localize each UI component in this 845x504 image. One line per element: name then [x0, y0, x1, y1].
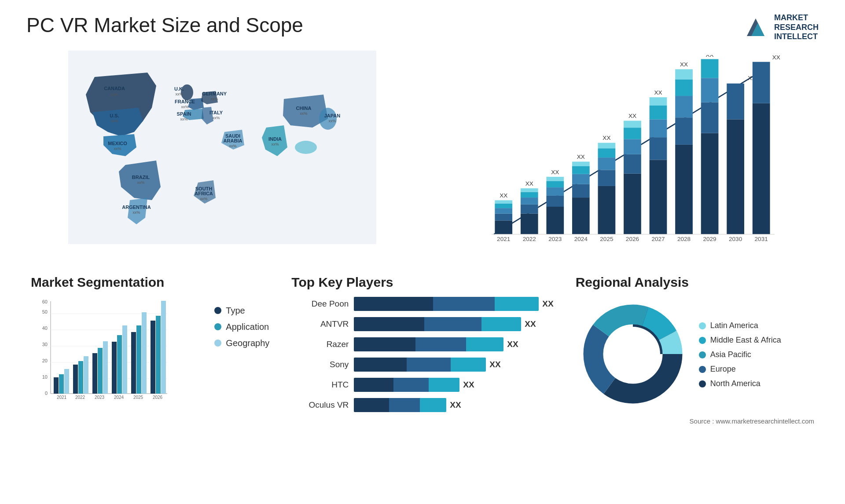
svg-rect-64 [572, 161, 590, 166]
svg-text:xx%: xx% [137, 180, 144, 185]
bar-seg3 [451, 358, 486, 372]
svg-text:XX: XX [654, 89, 662, 96]
svg-text:2027: 2027 [651, 236, 665, 242]
svg-rect-134 [103, 341, 108, 394]
svg-text:xx%: xx% [110, 119, 118, 123]
svg-rect-70 [598, 148, 616, 157]
svg-text:XX: XX [500, 192, 507, 199]
svg-text:2023: 2023 [548, 236, 562, 242]
player-bar-container: XX [354, 358, 553, 372]
svg-text:2028: 2028 [677, 236, 691, 242]
svg-text:XX: XX [525, 180, 533, 187]
bar-seg1 [354, 378, 393, 392]
svg-text:INDIA: INDIA [268, 136, 282, 142]
svg-rect-91 [675, 79, 693, 96]
type-dot [214, 307, 221, 314]
canada-label: CANADA [104, 86, 125, 91]
player-bar [354, 297, 539, 311]
player-name: Dee Poon [291, 299, 349, 309]
svg-rect-125 [59, 374, 64, 394]
svg-text:XX: XX [772, 55, 780, 61]
svg-rect-146 [161, 301, 166, 394]
player-row: ANTVR XX [291, 317, 553, 331]
svg-text:2025: 2025 [600, 236, 613, 242]
svg-rect-85 [650, 97, 667, 106]
page-container: PC VR Market Size and Scope MARKET RESEA… [0, 0, 845, 504]
bar-seg2 [433, 297, 495, 311]
svg-rect-75 [624, 154, 641, 174]
regional-section: Regional Analysis [571, 270, 819, 429]
svg-text:FRANCE: FRANCE [175, 99, 195, 104]
svg-rect-61 [572, 184, 590, 197]
svg-rect-39 [495, 220, 512, 234]
svg-text:AFRICA: AFRICA [195, 191, 213, 196]
seg-legend: Type Application Geography [214, 297, 269, 348]
geography-dot [214, 340, 221, 347]
svg-text:xx%: xx% [110, 92, 118, 97]
svg-text:xx%: xx% [271, 142, 279, 146]
svg-text:xx%: xx% [200, 197, 207, 201]
svg-text:xx%: xx% [175, 92, 183, 96]
player-val: XX [525, 319, 536, 329]
svg-rect-145 [156, 316, 161, 394]
svg-rect-142 [142, 312, 147, 394]
svg-rect-90 [675, 96, 693, 117]
svg-rect-48 [521, 197, 538, 205]
svg-rect-132 [92, 353, 97, 394]
bar-seg3 [420, 398, 446, 412]
svg-rect-68 [598, 170, 616, 186]
svg-rect-130 [84, 356, 88, 394]
svg-text:2025: 2025 [133, 395, 143, 400]
player-bar [354, 317, 521, 331]
legend-mea: Middle East & Africa [699, 336, 781, 345]
player-bar [354, 358, 486, 372]
svg-text:BRAZIL: BRAZIL [132, 175, 150, 180]
segmentation-title: Market Segmentation [31, 275, 269, 290]
svg-rect-136 [112, 342, 117, 394]
svg-rect-78 [624, 121, 641, 128]
legend-latin-america: Latin America [699, 321, 781, 330]
bar-seg2 [393, 378, 429, 392]
regional-title: Regional Analysis [576, 275, 814, 290]
svg-text:ARGENTINA: ARGENTINA [122, 205, 151, 210]
svg-text:xx%: xx% [210, 97, 218, 101]
svg-text:2026: 2026 [626, 236, 639, 242]
europe-dot [699, 366, 706, 373]
svg-rect-96 [701, 102, 719, 133]
bar-seg2 [407, 358, 451, 372]
svg-point-153 [606, 327, 660, 381]
player-bar-container: XX [354, 398, 553, 412]
svg-text:ARABIA: ARABIA [224, 138, 242, 143]
player-row: Oculus VR XX [291, 398, 553, 412]
svg-text:XX: XX [603, 135, 610, 141]
svg-rect-138 [122, 325, 127, 394]
players-title: Top Key Players [291, 275, 553, 290]
logo-icon [742, 14, 769, 40]
svg-text:2024: 2024 [574, 236, 588, 242]
svg-text:2026: 2026 [153, 395, 163, 400]
svg-text:SPAIN: SPAIN [177, 111, 191, 117]
svg-rect-57 [546, 177, 564, 181]
svg-rect-144 [151, 321, 155, 394]
player-name: Oculus VR [291, 400, 349, 410]
bar-seg2 [415, 337, 466, 351]
player-bar-container: XX [354, 378, 553, 392]
svg-text:2029: 2029 [703, 236, 716, 242]
player-val: XX [489, 360, 500, 369]
svg-rect-140 [131, 332, 136, 394]
latin-america-dot [699, 322, 706, 329]
seg-chart-container: 0 10 20 30 40 50 60 [31, 297, 269, 413]
svg-rect-55 [546, 187, 564, 196]
bar-seg1 [354, 297, 433, 311]
svg-rect-133 [98, 348, 103, 394]
svg-rect-74 [624, 174, 641, 234]
svg-text:xx%: xx% [328, 119, 336, 123]
svg-text:50: 50 [42, 309, 48, 314]
application-dot [214, 323, 221, 330]
svg-rect-92 [675, 69, 693, 79]
bar-seg3 [495, 297, 539, 311]
legend-application: Application [214, 322, 269, 332]
legend-asia-pacific: Asia Pacific [699, 350, 781, 359]
svg-text:2023: 2023 [95, 395, 105, 400]
player-name: ANTVR [291, 319, 349, 329]
